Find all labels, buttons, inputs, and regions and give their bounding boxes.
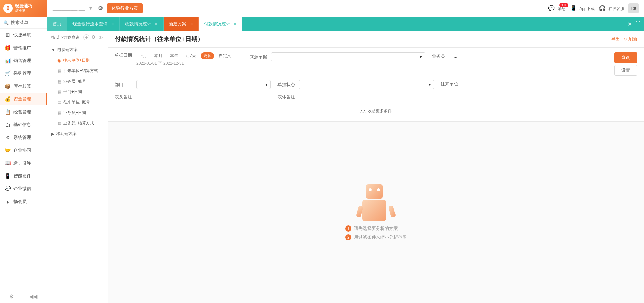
dept-filter: 部门 ▾ — [115, 80, 271, 89]
page-header: 付款情况统计（往来单位+日期） ↑ 导出 ↻ 刷新 — [108, 31, 644, 48]
date-shortcut-this-year[interactable]: 本年 — [167, 52, 181, 59]
sidebar-item-inventory[interactable]: 📦 库存核算 — [0, 80, 47, 93]
date-shortcut-7days[interactable]: 近7天 — [183, 52, 199, 59]
partner-label: 往来单位 — [441, 81, 460, 87]
logo-icon: 6 — [3, 4, 13, 13]
message-icon[interactable]: 💬 99+ 消息 — [548, 5, 565, 12]
tab-receipt[interactable]: 收款情况统计 ✕ — [120, 17, 164, 31]
scheme-item-partner-settle[interactable]: ▦ 往来单位+结算方式 — [47, 66, 108, 76]
doc-status-select[interactable]: ▾ — [299, 80, 434, 89]
sidebar-item-quick-nav[interactable]: ⊞ 快捷导航 — [0, 29, 47, 41]
online-service[interactable]: 🎧 在线客服 — [599, 5, 624, 12]
sidebar-item-system[interactable]: ⚙ 系统管理 — [0, 131, 47, 144]
doc-status-dropdown-icon: ▾ — [429, 82, 431, 87]
sidebar-item-basic[interactable]: 🗂 基础信息 — [0, 118, 47, 131]
source-doc-select[interactable]: ▾ — [271, 52, 425, 61]
search-menu[interactable]: 🔍 搜索菜单 — [0, 17, 47, 29]
salesman-input[interactable] — [453, 52, 494, 60]
sidebar-nav: ⊞ 快捷导航 🎁 营销推广 📊 销售管理 🛒 采购管理 📦 库存核算 💰 资金管… — [0, 29, 47, 290]
scheme-icon: ▦ — [57, 121, 61, 126]
source-doc-label: 来源单据 — [250, 54, 268, 60]
scheme-item-salesman-date[interactable]: ▦ 业务员+日期 — [47, 108, 108, 118]
export-button[interactable]: ↑ 导出 — [608, 36, 620, 42]
sidebar-item-operation[interactable]: 📋 经营管理 — [0, 105, 47, 118]
robot-head — [366, 184, 383, 199]
scheme-item-salesman-account[interactable]: ▦ 业务员+账号 — [47, 76, 108, 87]
tab-expand-icon[interactable]: ⛶ — [635, 21, 641, 27]
tab-payment[interactable]: 付款情况统计 ✕ — [199, 17, 242, 31]
table-header-note-input[interactable] — [136, 93, 271, 101]
trial-button[interactable]: 体验行业方案 — [107, 3, 143, 13]
doc-status-filter: 单据状态 ▾ — [277, 80, 434, 89]
topbar-settings-icon[interactable]: ⚙ — [98, 5, 103, 11]
scheme-settings-icon[interactable]: ⚙ — [91, 34, 96, 40]
right-content: 付款情况统计（往来单位+日期） ↑ 导出 ↻ 刷新 — [108, 31, 644, 303]
table-header-note-label: 表头备注 — [115, 94, 134, 100]
tab-new-scheme[interactable]: 新建方案 ✕ — [164, 17, 199, 31]
sidebar-item-hardware[interactable]: 📱 智能硬件 — [0, 170, 47, 182]
sidebar-logo: 6 畅捷通巧 标准版 — [0, 0, 47, 17]
tab-payment-close[interactable]: ✕ — [234, 22, 237, 26]
user-avatar[interactable]: Rit — [628, 3, 639, 13]
table-body-note-input[interactable] — [299, 93, 434, 101]
scheme-group-desktop-title[interactable]: ▼ 电脑端方案 — [47, 44, 108, 55]
page-header-actions: ↑ 导出 ↻ 刷新 — [608, 36, 638, 42]
filter-area: 单据日期 上月 本月 本年 近7天 更多 自定义 2022-01-01 至 20… — [108, 48, 644, 122]
sidebar-item-purchase[interactable]: 🛒 采购管理 — [0, 67, 47, 80]
tab-new-scheme-close[interactable]: ✕ — [190, 22, 193, 26]
inventory-icon: 📦 — [5, 83, 11, 89]
tab-home[interactable]: 首页 — [47, 17, 67, 31]
purchase-icon: 🛒 — [5, 70, 11, 77]
dept-select[interactable]: ▾ — [136, 80, 271, 89]
add-scheme-icon[interactable]: + — [83, 34, 89, 40]
topbar-dropdown-icon[interactable]: ▾ — [89, 5, 92, 11]
sidebar-item-member[interactable]: ♦ 畅会员 — [0, 195, 47, 208]
collapse-filters-button[interactable]: ∧∧ 收起更多条件 — [115, 105, 637, 117]
sidebar-item-label: 营销推广 — [13, 45, 31, 51]
operation-icon: 📋 — [5, 109, 11, 115]
sidebar-item-wechat[interactable]: 💬 企业微信 — [0, 182, 47, 195]
scheme-icon: ▦ — [57, 68, 61, 73]
date-shortcut-this-month[interactable]: 本月 — [152, 52, 165, 59]
query-button[interactable]: 查询 — [614, 52, 637, 63]
scheme-item-dept-date[interactable]: ▦ 部门+日期 — [47, 87, 108, 97]
partner-input[interactable] — [462, 80, 503, 88]
sidebar-item-cooperation[interactable]: 🤝 企业协同 — [0, 144, 47, 157]
sidebar-item-label: 系统管理 — [13, 134, 31, 141]
app-download[interactable]: 📱 App下载 — [570, 5, 595, 12]
scheme-item-partner-date[interactable]: ◉ 往来单位+日期 — [47, 55, 108, 66]
tab-receipt-close[interactable]: ✕ — [155, 22, 158, 26]
scheme-group-mobile-title[interactable]: ▶ 移动端方案 — [47, 128, 108, 140]
tab-close-all-icon[interactable]: ✕ — [627, 21, 632, 27]
sidebar-item-finance[interactable]: 💰 资金管理 — [0, 93, 47, 105]
wechat-icon: 💬 — [5, 186, 11, 192]
robot-left-eye — [369, 188, 372, 191]
date-shortcut-more[interactable]: 更多 — [201, 52, 214, 59]
app-download-label: App下载 — [579, 6, 594, 11]
basic-icon: 🗂 — [5, 122, 11, 128]
left-panel-title: 按以下方案查询 — [51, 35, 81, 40]
sidebar-item-marketing[interactable]: 🎁 营销推广 — [0, 41, 47, 54]
date-shortcut-custom[interactable]: 自定义 — [216, 52, 234, 59]
left-panel-collapse-icon[interactable]: ≫ — [98, 35, 104, 40]
collapse-sidebar-icon[interactable]: ◀◀ — [29, 293, 37, 300]
scheme-item-partner-account[interactable]: ▤ 往来单位+账号 — [47, 97, 108, 108]
date-shortcut-last-month[interactable]: 上月 — [136, 52, 150, 59]
sidebar-item-label: 新手引导 — [13, 160, 31, 166]
tab-bank-close[interactable]: ✕ — [111, 22, 114, 26]
empty-illustration — [356, 184, 396, 221]
scheme-item-label: 业务员+日期 — [63, 110, 86, 116]
settings-button[interactable]: 设置 — [614, 65, 637, 76]
sidebar-item-sales[interactable]: 📊 销售管理 — [0, 54, 47, 67]
sidebar-item-guide[interactable]: 📖 新手引导 — [0, 157, 47, 170]
left-panel-header: 按以下方案查询 + ⚙ ≫ — [47, 31, 108, 44]
scheme-item-salesman-settle[interactable]: ▦ 业务员+结算方式 — [47, 118, 108, 128]
settings-footer-icon[interactable]: ⚙ — [9, 293, 14, 300]
source-doc-filter: 来源单据 ▾ — [250, 52, 425, 61]
message-icon-symbol: 💬 — [548, 5, 555, 11]
refresh-button[interactable]: ↻ 刷新 — [623, 36, 637, 42]
salesman-label: 业务员 — [432, 53, 451, 59]
tab-bank-label: 现金银行流水查询 — [72, 21, 108, 27]
tab-bank[interactable]: 现金银行流水查询 ✕ — [67, 17, 120, 31]
scheme-icon: ▦ — [57, 110, 61, 115]
